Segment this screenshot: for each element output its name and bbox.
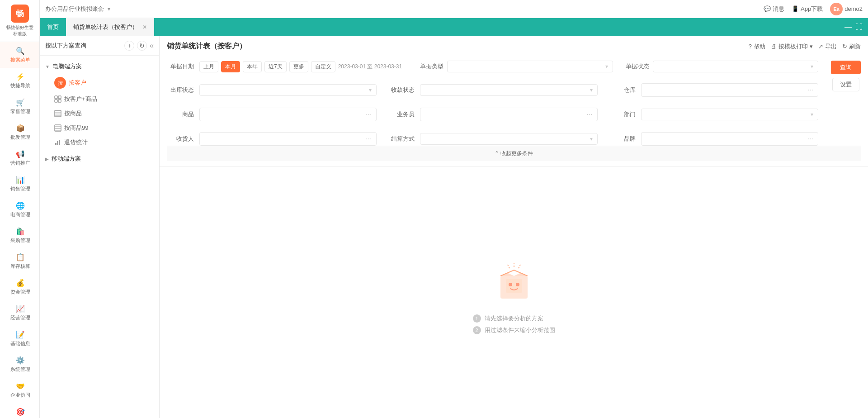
sidebar-item-ecommerce[interactable]: 🌐 电商管理 (0, 197, 39, 223)
sidebar-item-wholesale[interactable]: 📦 批发管理 (0, 119, 39, 145)
date-btn-this-year[interactable]: 本年 (243, 61, 262, 72)
sidebar: 畅 畅捷信好生意标准版 🔍 搜索菜单 ⚡ 快捷导航 🛒 零售管理 📦 批发管理 … (0, 0, 40, 418)
left-panel-header: 按以下方案查询 + ↻ « (40, 36, 159, 56)
sidebar-item-finance[interactable]: 💰 资金管理 (0, 274, 39, 300)
collapse-more-button[interactable]: ⌃ 收起更多条件 (167, 146, 861, 161)
empty-illustration (487, 251, 541, 305)
tab-maximize-button[interactable]: ⛶ (855, 23, 863, 31)
collect-status-label: 收款状态 (387, 86, 415, 94)
sidebar-item-marketing[interactable]: 📢 营销推广 (0, 145, 39, 171)
export-button[interactable]: ↗ 导出 (818, 43, 837, 51)
company-title: 办公用品行业模拟账套 (45, 5, 104, 13)
svg-rect-16 (506, 279, 522, 293)
sidebar-item-search-menu[interactable]: 🔍 搜索菜单 (0, 42, 39, 68)
table-icon-1 (54, 110, 61, 117)
tree-item-refund-stat[interactable]: 退货统计 (49, 135, 159, 150)
message-icon: 💬 (764, 5, 771, 12)
app-logo[interactable]: 畅 畅捷信好生意标准版 (0, 0, 39, 42)
warehouse-label: 仓库 (609, 86, 636, 94)
retail-icon: 🛒 (16, 98, 25, 107)
svg-rect-3 (58, 100, 61, 102)
sidebar-item-basic[interactable]: 📝 基础信息 (0, 326, 39, 352)
tab-sales-stat[interactable]: 销货单统计表（按客户） ✕ (66, 18, 154, 36)
tree-item-by-customer-goods[interactable]: 按客户+商品 (49, 92, 159, 106)
page-title: 销货单统计表（按客户） (167, 42, 246, 51)
left-panel: 按以下方案查询 + ↻ « ▼ 电脑端方案 按 按客户 (40, 36, 160, 418)
tree-expand-desktop: ▼ (45, 64, 50, 69)
receiver-select[interactable]: ··· (199, 132, 377, 146)
collapse-panel-button[interactable]: « (150, 42, 154, 50)
date-btn-last-month[interactable]: 上月 (199, 61, 218, 72)
tab-home[interactable]: 首页 (40, 18, 66, 36)
goods-select[interactable]: ··· (199, 108, 377, 121)
svg-rect-0 (55, 96, 57, 99)
tree-item-by-goods[interactable]: 按商品 (49, 106, 159, 121)
filter-row-3: 商品 ··· 业务员 ··· 部门 (167, 108, 818, 121)
left-panel-title: 按以下方案查询 (45, 42, 86, 50)
payment-method-arrow: ▾ (590, 136, 593, 142)
sidebar-item-inventory[interactable]: 📋 库存核算 (0, 248, 39, 274)
collect-status-select[interactable]: ▾ (420, 84, 597, 96)
dept-select[interactable]: ▾ (641, 109, 818, 120)
salesperson-label: 业务员 (387, 110, 415, 119)
basic-icon: 📝 (16, 330, 25, 339)
message-button[interactable]: 💬 消息 (764, 5, 784, 13)
marketing-icon: 📢 (16, 150, 25, 158)
tree-item-by-goods99[interactable]: 按商品99 (49, 121, 159, 135)
right-panel: 销货单统计表（按客户） ? 帮助 🖨 按模板打印 ▾ ↗ 导出 (160, 36, 868, 418)
date-btn-this-month[interactable]: 本月 (221, 61, 240, 72)
refresh-button[interactable]: ↻ 刷新 (842, 43, 861, 51)
tree-mobile-section[interactable]: ▶ 移动端方案 (40, 152, 159, 166)
sidebar-item-ops[interactable]: 📈 经营管理 (0, 300, 39, 326)
inventory-icon: 📋 (16, 253, 25, 261)
warehouse-select[interactable]: ··· (641, 83, 818, 97)
filter-row-4: 收货人 ··· 结算方式 ▾ 品牌 (167, 132, 818, 146)
tree-desktop-children: 按 按客户 按客户+商品 (40, 74, 159, 150)
tree-desktop-section[interactable]: ▼ 电脑端方案 (40, 59, 159, 74)
out-status-select[interactable]: ▾ (199, 84, 377, 96)
sales-icon: 📊 (16, 176, 25, 184)
date-label: 单据日期 (167, 62, 194, 71)
sidebar-item-sales[interactable]: 📊 销售管理 (0, 171, 39, 197)
app-download-button[interactable]: 📱 App下载 (792, 5, 823, 13)
print-icon: 🖨 (771, 43, 777, 50)
sidebar-item-system[interactable]: ⚙️ 系统管理 (0, 352, 39, 377)
page-header: 销货单统计表（按客户） ? 帮助 🖨 按模板打印 ▾ ↗ 导出 (160, 36, 868, 55)
query-button[interactable]: 查询 (831, 61, 861, 74)
out-status-arrow: ▾ (369, 87, 372, 93)
table-icon-2 (54, 124, 61, 132)
date-btn-custom[interactable]: 自定义 (311, 61, 335, 72)
tree-mobile-label: 移动端方案 (52, 155, 81, 163)
refresh-scheme-button[interactable]: ↻ (137, 41, 147, 51)
tab-close-button[interactable]: ✕ (142, 24, 147, 30)
help-button[interactable]: ? 帮助 (749, 43, 765, 51)
user-menu[interactable]: Ea demo2 (830, 3, 863, 15)
tree-item-by-customer[interactable]: 按 按客户 (49, 74, 159, 92)
doc-type-select[interactable]: ▾ (447, 61, 613, 72)
sidebar-item-purchase[interactable]: 🛍️ 采购管理 (0, 223, 39, 248)
salesperson-select[interactable]: ··· (420, 108, 597, 121)
salesperson-dots: ··· (586, 110, 592, 119)
svg-rect-14 (59, 140, 60, 145)
print-button[interactable]: 🖨 按模板打印 ▾ (771, 43, 813, 51)
sidebar-item-newbie[interactable]: 🎯 新手引导 (0, 403, 39, 418)
sidebar-item-retail[interactable]: 🛒 零售管理 (0, 94, 39, 119)
setting-button[interactable]: 设置 (832, 78, 859, 91)
payment-method-select[interactable]: ▾ (420, 133, 597, 145)
svg-rect-1 (58, 96, 61, 99)
dept-label: 部门 (609, 110, 636, 119)
topbar-left: 办公用品行业模拟账套 ▾ (45, 5, 110, 13)
download-icon: 📱 (792, 5, 799, 12)
company-dropdown[interactable]: ▾ (108, 6, 110, 12)
collect-status-arrow: ▾ (590, 87, 593, 93)
add-scheme-button[interactable]: + (124, 41, 134, 51)
date-btn-more[interactable]: 更多 (289, 61, 308, 72)
brand-select[interactable]: ··· (641, 132, 818, 146)
tab-minimize-button[interactable]: — (844, 23, 852, 31)
content-area: 按以下方案查询 + ↻ « ▼ 电脑端方案 按 按客户 (40, 36, 868, 418)
goods-label: 商品 (167, 110, 194, 119)
sidebar-item-quick-nav[interactable]: ⚡ 快捷导航 (0, 68, 39, 94)
date-btn-last7days[interactable]: 近7天 (264, 61, 287, 72)
sidebar-item-corp[interactable]: 🤝 企业协同 (0, 377, 39, 403)
doc-status-select[interactable]: ▾ (653, 61, 818, 72)
